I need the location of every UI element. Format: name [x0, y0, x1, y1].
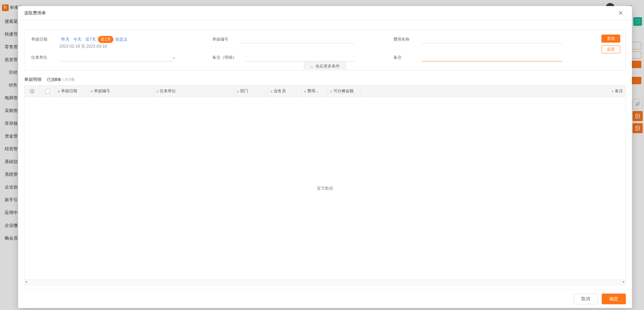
remark-input[interactable]	[422, 54, 562, 61]
column-date[interactable]: ▴▾ 单据日期	[55, 86, 88, 97]
sort-icon: ▴▾	[91, 90, 93, 93]
sort-icon: ▴▾	[304, 90, 306, 93]
date-chip-yesterday[interactable]: 昨天	[59, 36, 71, 43]
list-selection-count: 已选0条 | 共0条	[47, 77, 75, 83]
date-chip-last7[interactable]: 近7天	[84, 36, 98, 43]
filter-label-fee-name: 费用名称	[393, 36, 422, 42]
table-header-row: ▴▾ 单据日期 ▴▾ 单据编号 ▴▾ 往来单位 ▴▾ 部门 ▴▾ 业务员	[24, 86, 626, 97]
select-expense-modal: 选取费用单 ✕ 单据日期 昨天 今天 近7天 近1月 自定义	[18, 6, 632, 308]
list-heading: 单据明细 已选0条 | 共0条	[24, 76, 626, 83]
close-icon: ✕	[618, 10, 623, 16]
column-doc-no[interactable]: ▴▾ 单据编号	[88, 86, 154, 97]
data-table: ▴▾ 单据日期 ▴▾ 单据编号 ▴▾ 往来单位 ▴▾ 部门 ▴▾ 业务员	[24, 85, 626, 285]
confirm-button[interactable]: 确定	[602, 294, 626, 304]
fee-name-input[interactable]	[422, 36, 562, 43]
query-button[interactable]: 查询	[601, 35, 620, 43]
column-staff[interactable]: ▴▾ 业务员	[268, 86, 302, 97]
sort-icon: ▴▾	[237, 90, 239, 93]
chevron-up-icon: ︽	[310, 64, 314, 69]
settings-button[interactable]: 设置	[601, 45, 620, 53]
modal-title: 选取费用单	[24, 10, 46, 16]
column-allocatable[interactable]: ▴▾ 可分摊金额	[328, 86, 361, 97]
date-chip-today[interactable]: 今天	[71, 36, 84, 43]
table-empty-state: 暂无数据	[24, 97, 626, 279]
cancel-button[interactable]: 取消	[574, 294, 598, 304]
remark-detail-input[interactable]	[245, 54, 355, 61]
filter-label-doc-no: 单据编号	[212, 36, 240, 42]
party-input[interactable]	[59, 54, 173, 61]
modal-close-button[interactable]: ✕	[615, 8, 626, 18]
date-range-text: 2023-02-18 至 2023-03-18	[59, 44, 129, 49]
modal-body: 单据日期 昨天 今天 近7天 近1月 自定义 2023-02-18 至 2023…	[18, 20, 632, 289]
doc-no-input[interactable]	[240, 36, 355, 43]
sort-icon: ▴▾	[330, 90, 332, 93]
modal-footer: 取消 确定	[18, 289, 632, 308]
column-select-all[interactable]	[40, 86, 55, 97]
sort-icon: ▴▾	[271, 90, 272, 93]
modal-header: 选取费用单 ✕	[18, 6, 632, 20]
sort-icon: ▴▾	[157, 90, 158, 93]
filter-label-party: 往来单位	[31, 54, 59, 60]
horizontal-scrollbar[interactable]	[24, 279, 626, 285]
column-party[interactable]: ▴▾ 往来单位	[154, 86, 234, 97]
column-remark[interactable]: ▴▾ 备注	[361, 86, 626, 97]
sort-icon: ▴▾	[612, 90, 613, 93]
column-fee[interactable]: ▴▾ 费用...	[302, 86, 328, 97]
date-chip-last-month[interactable]: 近1月	[98, 36, 114, 43]
filter-label-remark-detail: 备注（明细）	[212, 54, 245, 60]
filter-label-date: 单据日期	[31, 36, 59, 42]
date-quick-chips: 昨天 今天 近7天 近1月 自定义	[59, 36, 129, 43]
list-title: 单据明细	[24, 76, 42, 83]
date-chip-custom[interactable]: 自定义	[113, 36, 129, 43]
column-dept[interactable]: ▴▾ 部门	[234, 86, 268, 97]
party-more-icon[interactable]: ···	[172, 56, 175, 60]
filter-panel: 单据日期 昨天 今天 近7天 近1月 自定义 2023-02-18 至 2023…	[24, 30, 626, 70]
sort-icon: ▴▾	[58, 90, 60, 93]
svg-point-4	[32, 91, 33, 92]
collapse-conditions-button[interactable]: ︽ 收起更多条件	[304, 62, 346, 70]
filter-label-remark: 备注	[393, 54, 422, 60]
column-settings[interactable]	[24, 86, 40, 97]
filter-actions: 查询 设置	[601, 35, 620, 53]
collapse-text: 收起更多条件	[316, 63, 340, 69]
gear-icon	[30, 89, 35, 94]
checkbox-icon	[45, 89, 50, 94]
